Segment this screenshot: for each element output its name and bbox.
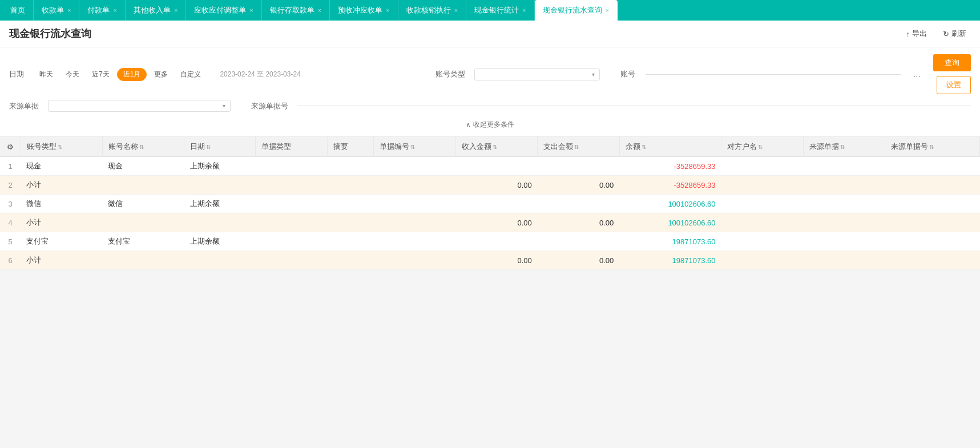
nav-bank-deposit[interactable]: 银行存取款单 ×	[262, 0, 330, 21]
date-quick-options: 昨天 今天 近7天 近1月 更多 自定义	[34, 68, 206, 81]
export-button[interactable]: ↑ 导出	[902, 26, 932, 41]
column-counterpart[interactable]: 对方户名⇅	[721, 137, 803, 157]
nav-other-income[interactable]: 其他收入单 ×	[126, 0, 186, 21]
sort-icon: ⇅	[410, 144, 415, 150]
cell-doc-type	[255, 232, 327, 251]
date-btn-custom[interactable]: 自定义	[175, 68, 206, 81]
cell-source-doc	[803, 176, 885, 195]
header-actions: ↑ 导出 ↻ 刷新	[902, 26, 971, 41]
cell-summary	[328, 251, 374, 270]
column-account-type[interactable]: 账号类型⇅	[21, 137, 102, 157]
date-btn-today[interactable]: 今天	[61, 68, 84, 81]
settings-button[interactable]: 设置	[937, 76, 971, 94]
cell-doc-no	[374, 157, 455, 176]
cell-doc-type	[255, 176, 327, 195]
cell-counterpart	[721, 176, 803, 195]
table-header-row: ⚙ 账号类型⇅ 账号名称⇅ 日期⇅ 单据类型 摘要 单据编号⇅ 收入金额⇅	[0, 137, 980, 157]
cell-account-name: 现金	[102, 157, 184, 176]
sort-icon: ⇅	[758, 144, 763, 150]
cell-doc-no	[374, 195, 455, 213]
cell-source-doc-no	[885, 213, 979, 232]
cell-account-name: 微信	[102, 195, 184, 213]
nav-cash-bank-flow[interactable]: 现金银行流水查询 ×	[535, 0, 618, 21]
source-doc-no-label: 来源单据号	[251, 101, 288, 111]
cell-counterpart	[721, 232, 803, 251]
close-icon[interactable]: ×	[67, 7, 71, 14]
column-balance[interactable]: 余额⇅	[619, 137, 721, 157]
table-row: 6 小计 0.00 0.00 19871073.60	[0, 251, 980, 270]
close-icon[interactable]: ×	[318, 7, 321, 14]
date-btn-7days[interactable]: 近7天	[87, 68, 115, 81]
cell-source-doc	[803, 195, 885, 213]
close-icon[interactable]: ×	[454, 7, 458, 14]
column-gear[interactable]: ⚙	[0, 137, 21, 157]
data-table: ⚙ 账号类型⇅ 账号名称⇅ 日期⇅ 单据类型 摘要 单据编号⇅ 收入金额⇅	[0, 137, 980, 270]
cell-date	[184, 213, 255, 232]
table-row: 2 小计 0.00 0.00 -3528659.33	[0, 176, 980, 195]
gear-icon[interactable]: ⚙	[7, 143, 14, 151]
sort-icon: ⇅	[493, 144, 497, 150]
nav-advance-receipt[interactable]: 预收冲应收单 ×	[330, 0, 398, 21]
account-dots-button[interactable]: ...	[910, 67, 924, 82]
filter-row-date: 日期 昨天 今天 近7天 近1月 更多 自定义 2023-02-24 至 202…	[9, 54, 971, 94]
cell-account-name	[102, 176, 184, 195]
column-source-doc-no[interactable]: 来源单据号⇅	[885, 137, 979, 157]
cell-balance: -3528659.33	[619, 157, 721, 176]
close-icon[interactable]: ×	[606, 7, 609, 14]
cell-balance: 19871073.60	[619, 251, 721, 270]
cell-summary	[328, 195, 374, 213]
nav-payment[interactable]: 付款单 ×	[79, 0, 125, 21]
date-filter-label: 日期	[9, 69, 25, 79]
date-btn-yesterday[interactable]: 昨天	[34, 68, 58, 81]
close-icon[interactable]: ×	[113, 7, 116, 14]
cell-date	[184, 251, 255, 270]
cell-expense: 0.00	[538, 176, 619, 195]
cell-source-doc	[803, 213, 885, 232]
nav-cash-bank-stats[interactable]: 现金银行统计 ×	[466, 0, 534, 21]
table-row: 5 支付宝 支付宝 上期余额 19871073.60	[0, 232, 980, 251]
cell-income: 0.00	[455, 251, 537, 270]
chevron-down-icon: ▾	[592, 71, 595, 78]
date-btn-1month[interactable]: 近1月	[117, 68, 147, 81]
cell-source-doc-no	[885, 157, 979, 176]
data-table-container: ⚙ 账号类型⇅ 账号名称⇅ 日期⇅ 单据类型 摘要 单据编号⇅ 收入金额⇅	[0, 137, 980, 270]
column-account-name[interactable]: 账号名称⇅	[102, 137, 184, 157]
sort-icon: ⇅	[139, 144, 144, 150]
account-label: 账号	[620, 69, 636, 79]
filter-row-source: 来源单据 ▾ 来源单据号	[9, 100, 971, 112]
cell-counterpart	[721, 157, 803, 176]
nav-ar-ap-adjust[interactable]: 应收应付调整单 ×	[186, 0, 261, 21]
query-button[interactable]: 查询	[933, 54, 971, 71]
sort-icon: ⇅	[929, 144, 934, 150]
cell-income: 0.00	[455, 213, 537, 232]
column-source-doc[interactable]: 来源单据⇅	[803, 137, 885, 157]
column-date[interactable]: 日期⇅	[184, 137, 255, 157]
close-icon[interactable]: ×	[174, 7, 178, 14]
cell-account-type: 小计	[21, 251, 102, 270]
source-doc-select[interactable]: ▾	[48, 100, 231, 112]
filter-area: 日期 昨天 今天 近7天 近1月 更多 自定义 2023-02-24 至 202…	[0, 47, 980, 137]
export-icon: ↑	[906, 30, 910, 38]
collapse-bar[interactable]: ∧ 收起更多条件	[9, 118, 971, 132]
cell-balance: 100102606.60	[619, 195, 721, 213]
close-icon[interactable]: ×	[249, 7, 253, 14]
account-type-select[interactable]: ▾	[474, 68, 600, 80]
column-income[interactable]: 收入金额⇅	[455, 137, 537, 157]
nav-receipt[interactable]: 收款单 ×	[34, 0, 79, 21]
row-number: 3	[0, 195, 21, 213]
column-doc-no[interactable]: 单据编号⇅	[374, 137, 455, 157]
refresh-button[interactable]: ↻ 刷新	[938, 26, 971, 41]
date-btn-more[interactable]: 更多	[149, 68, 173, 81]
cell-source-doc-no	[885, 232, 979, 251]
cell-date: 上期余额	[184, 232, 255, 251]
sort-icon: ⇅	[206, 144, 211, 150]
close-icon[interactable]: ×	[386, 7, 389, 14]
account-type-label: 账号类型	[435, 69, 465, 79]
cell-source-doc	[803, 157, 885, 176]
cell-expense	[538, 232, 619, 251]
nav-receipt-verify[interactable]: 收款核销执行 ×	[398, 0, 466, 21]
column-expense[interactable]: 支出金额⇅	[538, 137, 619, 157]
cell-balance: -3528659.33	[619, 176, 721, 195]
close-icon[interactable]: ×	[522, 7, 526, 14]
nav-home[interactable]: 首页	[2, 0, 34, 21]
